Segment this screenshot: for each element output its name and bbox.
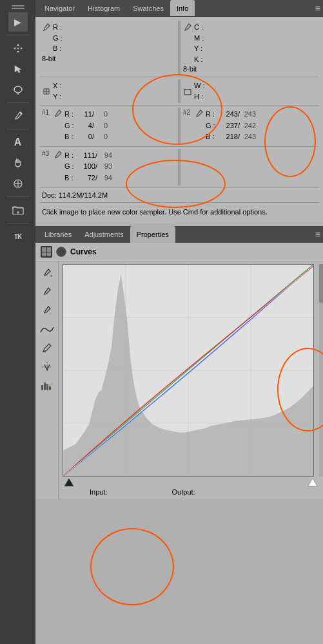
- s1-r-val1: 11/: [78, 109, 94, 120]
- tab-histogram[interactable]: Histogram: [81, 0, 126, 16]
- folder-tool[interactable]: [8, 200, 28, 220]
- bottom-panel-menu[interactable]: ≡: [315, 229, 320, 240]
- curves-grid-icon: [41, 246, 52, 258]
- s2-r-label: R :: [206, 109, 217, 120]
- s3-b-val2: 94: [99, 173, 112, 184]
- curves-svg: [63, 264, 314, 477]
- svg-rect-21: [44, 383, 46, 390]
- curves-chart-wrapper: [63, 264, 319, 477]
- doc-info: Doc: 114.2M/114.2M: [39, 188, 319, 203]
- svg-point-8: [17, 211, 19, 214]
- curves-eyedropper[interactable]: [39, 284, 55, 301]
- lasso-tool[interactable]: [8, 80, 28, 99]
- y-label: Y :: [53, 91, 61, 102]
- tab-properties[interactable]: Properties: [130, 226, 175, 243]
- s3-b-label: B :: [64, 173, 76, 184]
- hand-tool[interactable]: [8, 153, 28, 173]
- left-toolbar: ▶ A: [0, 0, 35, 644]
- s2-r-val1: 243/: [219, 109, 240, 120]
- wh-section: W : H :: [181, 79, 319, 103]
- curves-scrollbar[interactable]: [319, 264, 323, 477]
- s3-g-val2: 93: [99, 161, 112, 173]
- tk-tool[interactable]: TK: [8, 227, 28, 246]
- tab-adjustments[interactable]: Adjustments: [78, 226, 130, 243]
- s2-b-label: B :: [206, 131, 217, 143]
- resize-icon: [183, 87, 192, 96]
- eyedropper-tool[interactable]: [8, 106, 28, 126]
- main-content: Navigator Histogram Swatches Info ≡ R :: [35, 0, 323, 644]
- bottom-panel: Libraries Adjustments Properties ≡ Curve…: [35, 226, 323, 498]
- bottom-panel-header: Libraries Adjustments Properties ≡: [35, 226, 323, 243]
- xy-section: X : Y :: [39, 79, 178, 103]
- s1-b-label: B :: [64, 131, 76, 143]
- sampler1-section: #1 R : G : B : 11/ 4/ 0/: [39, 108, 178, 144]
- curves-pencil-tool[interactable]: [39, 340, 55, 357]
- curves-circle-icon: [56, 247, 66, 257]
- curves-title-bar: Curves: [35, 243, 323, 261]
- c-label: C :: [194, 22, 204, 33]
- bit-depth-right: 8-bit: [183, 65, 317, 73]
- eyedropper-icon: [42, 23, 51, 32]
- s3-g-label: G :: [64, 161, 76, 173]
- s2-g-val1: 237/: [219, 120, 240, 132]
- curves-eyedropper-plus[interactable]: +: [39, 265, 55, 282]
- top-panel-menu[interactable]: ≡: [315, 3, 320, 14]
- white-point-icon[interactable]: [308, 478, 318, 487]
- s1-g-val2: 0: [96, 120, 108, 132]
- s2-r-val2: 243: [242, 109, 256, 120]
- tab-swatches[interactable]: Swatches: [126, 0, 170, 16]
- tab-navigator[interactable]: Navigator: [38, 0, 81, 16]
- tab-libraries[interactable]: Libraries: [38, 226, 78, 243]
- s3-b-val1: 72/: [78, 173, 97, 184]
- io-row: Input: Output:: [63, 488, 319, 496]
- svg-rect-23: [49, 386, 51, 390]
- s2-b-val2: 243: [242, 131, 256, 143]
- sampler3-eyedropper-icon: [54, 151, 63, 159]
- svg-marker-34: [64, 478, 73, 486]
- b-label: B :: [53, 43, 63, 54]
- svg-text:+: +: [50, 273, 53, 279]
- select-tool[interactable]: [8, 59, 28, 79]
- black-point-icon[interactable]: [64, 478, 74, 487]
- svg-text:⚠: ⚠: [50, 381, 54, 386]
- crosshair-icon: [42, 87, 51, 96]
- sampler4-empty: [181, 149, 319, 185]
- input-label: Input:: [90, 488, 108, 496]
- cmyk-section: C : M : Y : K : 8-bit: [181, 21, 319, 74]
- curves-eyedropper-minus[interactable]: -: [39, 303, 55, 319]
- toolbar-grip[interactable]: [8, 3, 28, 11]
- tab-info[interactable]: Info: [170, 0, 195, 16]
- svg-rect-22: [46, 384, 48, 390]
- svg-rect-0: [17, 48, 19, 49]
- svg-rect-20: [41, 385, 43, 390]
- curves-anchor-tool[interactable]: [39, 359, 55, 375]
- sampler2-eyedropper-icon: [195, 109, 204, 118]
- rgb-section: R : G : B : 8-bit: [39, 21, 178, 74]
- s1-b-val2: 0: [96, 131, 108, 143]
- s1-g-val1: 4/: [78, 120, 94, 132]
- clone-tool[interactable]: [8, 174, 28, 193]
- r-label: R :: [53, 22, 63, 33]
- move-tool[interactable]: [8, 39, 28, 58]
- s3-r-label: R :: [64, 150, 76, 162]
- h-label: H :: [194, 91, 205, 102]
- s2-g-val2: 242: [242, 120, 256, 132]
- svg-marker-35: [308, 478, 317, 486]
- s1-g-label: G :: [64, 120, 76, 132]
- curves-histogram-warning[interactable]: ⚠: [39, 377, 55, 394]
- s3-r-val2: 94: [99, 150, 112, 162]
- svg-point-1: [14, 86, 22, 93]
- play-button[interactable]: ▶: [8, 12, 28, 32]
- text-tool[interactable]: A: [8, 133, 28, 152]
- sampler2-section: #2 R : G : B : 243/ 237/ 218/: [181, 108, 319, 144]
- s3-g-val1: 100/: [78, 161, 97, 173]
- curves-smooth-tool[interactable]: [39, 321, 55, 338]
- bit-depth-left: 8-bit: [42, 55, 175, 62]
- sampler1-num: #1: [42, 109, 52, 116]
- output-label: Output:: [172, 488, 195, 496]
- sampler3-num: #3: [42, 150, 52, 157]
- s1-r-val2: 0: [96, 109, 108, 120]
- svg-rect-12: [184, 90, 191, 95]
- s1-b-val1: 0/: [78, 131, 94, 143]
- m-label: M :: [194, 33, 204, 44]
